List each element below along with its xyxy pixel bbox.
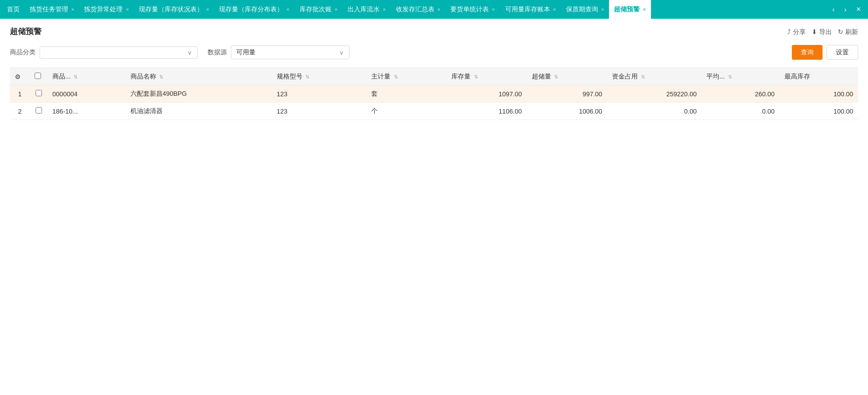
sort-product-code-icon: ⇅ <box>74 74 78 79</box>
nav-close-stock-status[interactable]: × <box>206 6 209 12</box>
row-num-1: 2 <box>10 103 30 120</box>
th-checkbox[interactable] <box>30 68 47 85</box>
share-button[interactable]: ⤴ 分享 <box>787 28 806 37</box>
refresh-icon: ↻ <box>838 28 843 36</box>
sort-overstock-icon: ⇅ <box>554 74 558 79</box>
row-overstock-1: 1006.00 <box>527 103 607 120</box>
datasource-select-value: 可用量 <box>236 48 256 57</box>
nav-stock-dist[interactable]: 现存量（库存分布表） × <box>214 0 294 19</box>
page-content: 超储预警 ⤴ 分享 ⬇ 导出 ↻ 刷新 商品分类 ∨ 数据源 <box>0 19 868 128</box>
row-max-stock-0: 100.00 <box>780 85 858 103</box>
category-filter: 商品分类 ∨ <box>10 46 198 59</box>
datasource-select[interactable]: 可用量 ∨ <box>231 45 349 59</box>
th-max-stock[interactable]: 最高库存 <box>780 68 858 85</box>
refresh-button[interactable]: ↻ 刷新 <box>838 28 858 37</box>
top-navigation: 首页 拣货任务管理 × 拣货异常处理 × 现存量（库存状况表） × 现存量（库存… <box>0 0 868 19</box>
th-stock[interactable]: 库存量 ⇅ <box>446 68 526 85</box>
page-title: 超储预警 <box>10 27 42 37</box>
th-unit[interactable]: 主计量 ⇅ <box>366 68 446 85</box>
sort-capital-icon: ⇅ <box>641 74 645 79</box>
row-product-code-1: 186-10... <box>47 103 126 120</box>
query-button[interactable]: 查询 <box>792 45 823 60</box>
category-label: 商品分类 <box>10 48 36 57</box>
sort-product-name-icon: ⇅ <box>159 74 163 79</box>
th-product-name[interactable]: 商品名称 ⇅ <box>126 68 272 85</box>
row-checkbox-1[interactable] <box>30 103 47 120</box>
row-unit-0: 套 <box>366 85 446 103</box>
th-capital[interactable]: 资金占用 ⇅ <box>607 68 701 85</box>
nav-close-batch-account[interactable]: × <box>335 6 338 12</box>
export-button[interactable]: ⬇ 导出 <box>812 28 832 37</box>
nav-prev-button[interactable]: ‹ <box>827 0 839 19</box>
header-actions: ⤴ 分享 ⬇ 导出 ↻ 刷新 <box>787 28 858 37</box>
sort-unit-icon: ⇅ <box>394 74 398 79</box>
nav-quality-check[interactable]: 保质期查询 × <box>561 0 609 19</box>
share-icon: ⤴ <box>787 28 791 36</box>
row-stock-0: 1097.00 <box>446 85 526 103</box>
row-avg-0: 260.00 <box>701 85 780 103</box>
sort-stock-icon: ⇅ <box>474 74 478 79</box>
th-spec[interactable]: 规格型号 ⇅ <box>272 68 366 85</box>
nav-close-all-button[interactable]: × <box>851 0 866 19</box>
settings-button[interactable]: 设置 <box>826 45 858 60</box>
category-chevron-icon: ∨ <box>187 49 192 56</box>
nav-close-overstock-warning[interactable]: × <box>643 6 646 12</box>
datasource-chevron-icon: ∨ <box>339 49 344 56</box>
nav-recv-summary[interactable]: 收发存汇总表 × <box>391 0 445 19</box>
select-all-checkbox[interactable] <box>35 73 41 79</box>
nav-order-stats[interactable]: 要货单统计表 × <box>445 0 500 19</box>
row-spec-0: 123 <box>272 85 366 103</box>
data-table: ⚙ 商品... ⇅ 商品名称 ⇅ 规格型号 ⇅ 主计量 <box>10 68 858 120</box>
nav-home[interactable]: 首页 <box>2 0 25 19</box>
row-spec-1: 123 <box>272 103 366 120</box>
export-icon: ⬇ <box>812 28 817 36</box>
row-overstock-0: 997.00 <box>527 85 607 103</box>
nav-available-account[interactable]: 可用量库存账本 × <box>500 0 561 19</box>
nav-next-button[interactable]: › <box>839 0 851 19</box>
row-select-1[interactable] <box>36 107 42 114</box>
row-max-stock-1: 100.00 <box>780 103 858 120</box>
row-avg-1: 0.00 <box>701 103 780 120</box>
nav-close-available-account[interactable]: × <box>553 6 556 12</box>
gear-icon: ⚙ <box>15 73 21 80</box>
nav-close-task-mgmt[interactable]: × <box>71 6 74 12</box>
filter-row: 商品分类 ∨ 数据源 可用量 ∨ 查询 设置 <box>10 45 858 60</box>
datasource-label: 数据源 <box>208 48 227 57</box>
th-avg[interactable]: 平均... ⇅ <box>701 68 780 85</box>
filter-actions: 查询 设置 <box>792 45 858 60</box>
row-select-0[interactable] <box>36 90 42 96</box>
nav-close-stock-dist[interactable]: × <box>286 6 289 12</box>
nav-batch-account[interactable]: 库存批次账 × <box>295 0 343 19</box>
row-unit-1: 个 <box>366 103 446 120</box>
nav-task-mgmt[interactable]: 拣货任务管理 × <box>25 0 79 19</box>
row-product-name-1: 机油滤清器 <box>126 103 272 120</box>
table-row: 2 186-10... 机油滤清器 123 个 1106.00 1006.00 … <box>10 103 858 120</box>
nav-close-abnormal[interactable]: × <box>126 6 129 12</box>
nav-close-inout-flow[interactable]: × <box>383 6 386 12</box>
row-product-code-0: 0000004 <box>47 85 126 103</box>
row-capital-0: 259220.00 <box>607 85 701 103</box>
nav-stock-status[interactable]: 现存量（库存状况表） × <box>134 0 214 19</box>
datasource-filter: 数据源 可用量 ∨ <box>208 45 349 59</box>
page-header: 超储预警 ⤴ 分享 ⬇ 导出 ↻ 刷新 <box>10 27 858 37</box>
nav-abnormal[interactable]: 拣货异常处理 × <box>79 0 133 19</box>
th-settings[interactable]: ⚙ <box>10 68 30 85</box>
row-capital-1: 0.00 <box>607 103 701 120</box>
th-overstock[interactable]: 超储量 ⇅ <box>527 68 607 85</box>
row-checkbox-0[interactable] <box>30 85 47 103</box>
nav-close-order-stats[interactable]: × <box>492 6 495 12</box>
table-row: 1 0000004 六配套新昌490BPG 123 套 1097.00 997.… <box>10 85 858 103</box>
nav-arrows: ‹ › × <box>827 0 866 19</box>
table-header-row: ⚙ 商品... ⇅ 商品名称 ⇅ 规格型号 ⇅ 主计量 <box>10 68 858 85</box>
category-select[interactable]: ∨ <box>40 46 198 59</box>
nav-overstock-warning[interactable]: 超储预警 × <box>609 0 651 19</box>
sort-avg-icon: ⇅ <box>728 74 732 79</box>
nav-inout-flow[interactable]: 出入库流水 × <box>343 0 391 19</box>
nav-close-recv-summary[interactable]: × <box>437 6 440 12</box>
row-stock-1: 1106.00 <box>446 103 526 120</box>
nav-close-quality-check[interactable]: × <box>601 6 604 12</box>
th-product-code[interactable]: 商品... ⇅ <box>47 68 126 85</box>
row-product-name-0: 六配套新昌490BPG <box>126 85 272 103</box>
row-num-0: 1 <box>10 85 30 103</box>
sort-spec-icon: ⇅ <box>305 74 309 79</box>
